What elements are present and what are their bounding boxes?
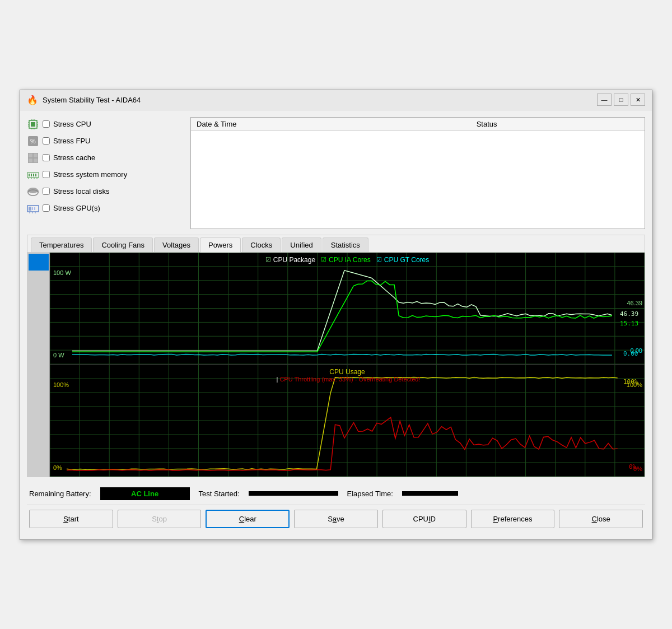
stress-options-panel: Stress CPU % Stress FPU: [27, 117, 184, 229]
chart-bottom-val1: 100%: [627, 381, 642, 388]
title-bar: 🔥 System Stability Test - AIDA64 — □ ✕: [20, 90, 652, 110]
svg-rect-24: [33, 174, 34, 176]
battery-label: Remaining Battery:: [29, 490, 91, 498]
preferences-button[interactable]: Preferences: [471, 510, 555, 528]
tabs-section: Temperatures Cooling Fans Voltages Power…: [27, 235, 645, 477]
stress-memory-item: Stress system memory: [27, 167, 184, 182]
window-content: Stress CPU % Stress FPU: [20, 110, 652, 539]
cpu-usage-chart: CPU Usage | CPU Throttling (max: 33%) - …: [50, 365, 645, 477]
svg-rect-36: [32, 207, 33, 210]
chart-bottom-y-max: 100%: [53, 381, 69, 388]
stress-cache-label[interactable]: Stress cache: [53, 153, 95, 162]
svg-rect-25: [35, 174, 36, 176]
disk-icon: [27, 185, 39, 198]
tab-bar: Temperatures Cooling Fans Voltages Power…: [27, 235, 645, 253]
stress-fpu-label[interactable]: Stress FPU: [53, 137, 90, 145]
svg-rect-19: [29, 159, 32, 162]
cache-icon: [27, 152, 39, 164]
stress-fpu-item: % Stress FPU: [27, 134, 184, 148]
tab-temperatures[interactable]: Temperatures: [31, 237, 92, 252]
svg-rect-20: [34, 159, 38, 162]
chart-top-y-min: 0 W: [53, 352, 64, 358]
stress-disk-label[interactable]: Stress local disks: [53, 187, 109, 195]
status-bar: Remaining Battery: AC Line Test Started:…: [27, 483, 645, 505]
stress-cpu-label[interactable]: Stress CPU: [53, 120, 91, 128]
log-table: Date & Time Status: [191, 118, 645, 131]
stress-gpu-item: Stress GPU(s): [27, 201, 184, 216]
start-button[interactable]: Start: [29, 510, 113, 528]
svg-text:%: %: [30, 138, 36, 145]
fpu-icon: %: [27, 135, 39, 147]
stress-disk-item: Stress local disks: [27, 184, 184, 199]
test-started-value: [249, 491, 338, 496]
svg-rect-22: [29, 174, 30, 176]
power-chart-canvas: [50, 253, 645, 364]
svg-rect-35: [29, 207, 31, 211]
cpuid-button[interactable]: CPUID: [382, 510, 466, 528]
svg-rect-1: [31, 122, 35, 127]
save-button[interactable]: Save: [294, 510, 378, 528]
chart-bottom-y-min: 0%: [53, 464, 62, 471]
charts-area: ☑ CPU Package ☑ CPU IA Cores ☑ CPU GT Co…: [27, 253, 645, 477]
power-chart: ☑ CPU Package ☑ CPU IA Cores ☑ CPU GT Co…: [50, 253, 645, 365]
svg-rect-17: [29, 153, 32, 157]
svg-rect-23: [31, 174, 32, 176]
chart-top-val1: 46.39: [627, 300, 642, 306]
stress-memory-checkbox[interactable]: [43, 171, 50, 178]
close-button[interactable]: Close: [559, 510, 643, 528]
top-section: Stress CPU % Stress FPU: [27, 117, 645, 229]
stress-gpu-checkbox[interactable]: [43, 204, 50, 212]
stress-disk-checkbox[interactable]: [43, 188, 50, 195]
maximize-button[interactable]: □: [614, 94, 628, 106]
main-window: 🔥 System Stability Test - AIDA64 — □ ✕: [20, 90, 652, 540]
stress-cache-item: Stress cache: [27, 151, 184, 165]
tab-statistics[interactable]: Statistics: [323, 237, 368, 252]
stress-cpu-checkbox[interactable]: [43, 120, 50, 128]
app-icon: 🔥: [27, 95, 38, 105]
cpu-chart-canvas: [50, 365, 645, 477]
minimize-button[interactable]: —: [597, 94, 612, 106]
chart-scrollbar[interactable]: [27, 253, 50, 477]
elapsed-value: [402, 491, 458, 496]
clear-button[interactable]: Clear: [206, 510, 290, 528]
tab-powers[interactable]: Powers: [200, 237, 241, 253]
gpu-icon: [27, 202, 39, 215]
svg-rect-18: [34, 153, 38, 157]
stress-cpu-item: Stress CPU: [27, 117, 184, 132]
chart-bottom-val2: 0%: [633, 465, 642, 472]
stress-cache-checkbox[interactable]: [43, 154, 50, 161]
test-started-label: Test Started:: [199, 490, 240, 498]
button-bar: Start Stop Clear Save CPUID Preferences …: [27, 505, 645, 533]
stress-fpu-checkbox[interactable]: [43, 137, 50, 145]
tab-unified[interactable]: Unified: [282, 237, 321, 252]
log-table-container: Date & Time Status: [190, 117, 645, 229]
close-window-button[interactable]: ✕: [631, 94, 645, 106]
svg-point-33: [28, 188, 38, 193]
scrollbar-thumb[interactable]: [29, 254, 49, 271]
tab-clocks[interactable]: Clocks: [242, 237, 281, 252]
cpu-icon: [27, 118, 39, 131]
chart-top-val3: 0.00: [631, 347, 642, 354]
memory-icon: [27, 169, 39, 181]
col-status: Status: [471, 118, 645, 131]
stress-gpu-label[interactable]: Stress GPU(s): [53, 204, 100, 212]
battery-value: AC Line: [100, 487, 190, 500]
tab-cooling-fans[interactable]: Cooling Fans: [93, 237, 153, 252]
svg-rect-37: [34, 207, 35, 210]
elapsed-label: Elapsed Time:: [347, 490, 393, 498]
chart-top-y-max: 100 W: [53, 269, 71, 276]
window-title: System Stability Test - AIDA64: [43, 96, 141, 104]
col-datetime: Date & Time: [191, 118, 471, 131]
stop-button[interactable]: Stop: [118, 510, 202, 528]
stress-memory-label[interactable]: Stress system memory: [53, 170, 127, 179]
tab-voltages[interactable]: Voltages: [154, 237, 199, 252]
